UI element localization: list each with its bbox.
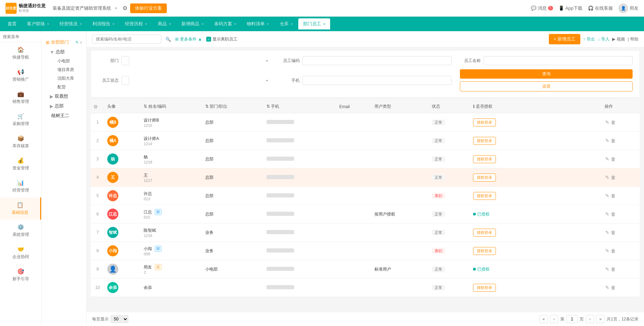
- emp-status-select[interactable]: [121, 76, 129, 85]
- tab-operation[interactable]: 经营情况 ×: [55, 18, 87, 29]
- dept-item-shenyang[interactable]: 沈阳大库: [55, 74, 83, 83]
- show-resigned-toggle[interactable]: ✓ 显示离职员工: [206, 36, 237, 42]
- edit-button[interactable]: ✎: [605, 266, 609, 272]
- delete-button[interactable]: 🗑: [611, 230, 616, 235]
- per-page-select[interactable]: 50 100: [111, 315, 128, 323]
- sidebar-item-collab[interactable]: 🤝 企业协同: [0, 242, 41, 264]
- phone-input[interactable]: [302, 76, 452, 85]
- tab-new-goods[interactable]: 新增商品 ×: [176, 18, 208, 29]
- edit-button[interactable]: ✎: [605, 120, 609, 125]
- dept-item-peihuo[interactable]: 配货: [55, 83, 83, 91]
- sidebar-item-finance[interactable]: 💰 资金管理: [0, 153, 41, 175]
- add-employee-button[interactable]: + 新增员工: [549, 34, 580, 44]
- app-download-btn[interactable]: 📱 App下载: [559, 5, 582, 11]
- close-dept-employee-tab[interactable]: ×: [323, 22, 325, 26]
- delete-button[interactable]: 🗑: [611, 193, 616, 199]
- edit-button[interactable]: ✎: [605, 248, 609, 254]
- tab-dept-employee[interactable]: 部门员工 ×: [298, 18, 330, 29]
- message-btn[interactable]: 💬 消息 5: [531, 5, 553, 11]
- sidebar-item-operation[interactable]: 📊 经营管理: [0, 175, 41, 197]
- user-menu[interactable]: 👤 用友: [618, 3, 638, 13]
- sidebar-item-nav[interactable]: 🏠 快捷导航: [0, 42, 41, 64]
- delete-button[interactable]: 🗑: [611, 156, 616, 162]
- sidebar-item-inventory[interactable]: 📦 库存核算: [0, 131, 41, 153]
- tab-profit[interactable]: 利润报告 ×: [88, 18, 119, 29]
- close-journey-tab[interactable]: ×: [145, 22, 147, 26]
- close-bom-tab[interactable]: ×: [267, 22, 269, 26]
- tab-journey[interactable]: 经营历程 ×: [120, 18, 152, 29]
- tab-customer[interactable]: 客户联络 ×: [22, 18, 54, 29]
- auth-login-button[interactable]: 授权登录: [473, 155, 496, 163]
- auth-login-button[interactable]: 授权登录: [473, 118, 496, 126]
- more-conditions-btn[interactable]: ⊞ 更多条件 ▲: [175, 36, 202, 42]
- close-goods-tab[interactable]: ×: [169, 22, 171, 26]
- edit-button[interactable]: ✎: [605, 285, 609, 290]
- dept-zongbu2-header[interactable]: ▶ 总部: [50, 101, 83, 111]
- import-btn[interactable]: ↓ 导入: [598, 36, 609, 42]
- edit-button[interactable]: ✎: [605, 175, 609, 180]
- prev-page-btn[interactable]: ‹: [550, 315, 558, 323]
- edit-button[interactable]: ✎: [605, 156, 609, 162]
- delete-button[interactable]: 🗑: [611, 120, 616, 125]
- sidebar-item-marketing[interactable]: 📢 营销推广: [0, 64, 41, 87]
- edit-button[interactable]: ✎: [605, 211, 609, 217]
- show-resigned-checkbox[interactable]: ✓: [206, 37, 211, 42]
- last-page-btn[interactable]: »: [596, 315, 605, 323]
- search-input[interactable]: [92, 35, 161, 44]
- close-warehouse-tab[interactable]: ×: [291, 22, 293, 26]
- help-btn[interactable]: | 帮助: [628, 36, 638, 42]
- system-title-dropdown[interactable]: ▾: [115, 6, 117, 10]
- sidebar-item-system[interactable]: ⚙️ 系统管理: [0, 220, 41, 242]
- view-btn[interactable]: ▶ 视频: [612, 36, 625, 42]
- trial-button[interactable]: 体验行业方案: [130, 3, 167, 13]
- close-barcode-tab[interactable]: ×: [234, 22, 236, 26]
- auth-login-button[interactable]: 授权登录: [473, 284, 496, 292]
- auth-login-button[interactable]: 授权登录: [473, 247, 496, 255]
- emp-code-input[interactable]: [302, 56, 452, 65]
- online-service-btn[interactable]: 🎧 在线客服: [588, 5, 613, 11]
- dept-select[interactable]: [121, 56, 129, 65]
- search-icon[interactable]: 🔍: [165, 37, 171, 42]
- sidebar-item-guide[interactable]: 🎯 新手引导: [0, 264, 41, 286]
- auth-login-button[interactable]: 授权登录: [473, 174, 496, 182]
- sidebar-item-sales[interactable]: 💼 销售管理: [0, 87, 41, 109]
- dept-edit-icon[interactable]: ✎: [75, 40, 79, 45]
- next-page-btn[interactable]: ›: [586, 315, 594, 323]
- set-button[interactable]: 设置: [460, 81, 633, 91]
- edit-button[interactable]: ✎: [605, 230, 609, 235]
- first-page-btn[interactable]: «: [539, 315, 548, 323]
- dept-zongbu-header[interactable]: ▼ 总部: [50, 47, 83, 57]
- delete-button[interactable]: 🗑: [611, 138, 616, 143]
- auth-login-button[interactable]: 授权登录: [473, 137, 496, 145]
- settings-icon[interactable]: ⚙: [123, 5, 127, 11]
- close-profit-tab[interactable]: ×: [112, 22, 115, 26]
- delete-button[interactable]: 🗑: [611, 211, 616, 217]
- dept-shuanglu-header[interactable]: ▶ 双鹿想: [50, 91, 83, 101]
- tab-goods[interactable]: 商品 ×: [153, 18, 176, 29]
- dept-item-xiaodibu[interactable]: 小电部: [55, 57, 83, 65]
- tab-warehouse[interactable]: 仓库 ×: [275, 18, 298, 29]
- tab-bom[interactable]: 物料清单 ×: [242, 18, 274, 29]
- query-button[interactable]: 查询: [460, 69, 633, 79]
- dept-zhishu-header[interactable]: 植树王二: [50, 111, 83, 121]
- sidebar-item-base[interactable]: 📋 基础信息: [0, 197, 41, 220]
- emp-name-input[interactable]: [483, 56, 633, 65]
- dept-all-header[interactable]: ⊞ 全部部门 ✎ «: [44, 37, 83, 47]
- sidebar-item-purchase[interactable]: 🛒 采购管理: [0, 109, 41, 131]
- tab-barcode[interactable]: 条码方案 ×: [209, 18, 241, 29]
- column-settings-icon[interactable]: ⚙: [93, 104, 98, 109]
- close-operation-tab[interactable]: ×: [80, 22, 82, 26]
- tab-home[interactable]: 首页: [3, 18, 21, 29]
- delete-button[interactable]: 🗑: [611, 285, 616, 290]
- dept-item-xiangmu[interactable]: 项目库房: [55, 65, 83, 74]
- edit-button[interactable]: ✎: [605, 138, 609, 143]
- export-btn[interactable]: ↑ 导出: [583, 36, 595, 42]
- auth-login-button[interactable]: 授权登录: [473, 192, 496, 200]
- dept-collapse-icon[interactable]: «: [80, 40, 82, 44]
- edit-button[interactable]: ✎: [605, 193, 609, 199]
- delete-button[interactable]: 🗑: [611, 175, 616, 180]
- close-new-goods-tab[interactable]: ×: [201, 22, 203, 26]
- delete-button[interactable]: 🗑: [611, 248, 616, 254]
- close-customer-tab[interactable]: ×: [47, 22, 49, 26]
- delete-button[interactable]: 🗑: [611, 266, 616, 272]
